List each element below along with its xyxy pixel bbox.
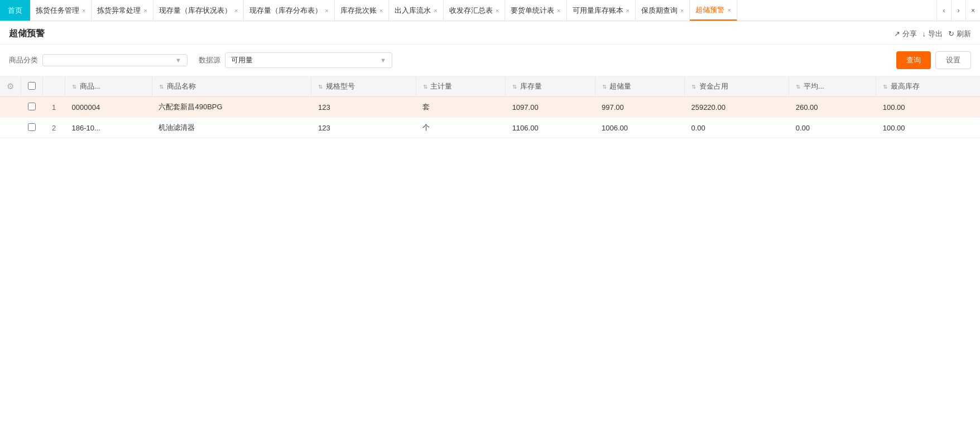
table-header-row: ⚙ ⇅ 商品... ⇅ 商品名称 ⇅	[0, 76, 980, 97]
filter-area: 商品分类 ▼ 数据源 可用量 ▼ 查询 设置	[0, 45, 980, 76]
tab-tab-6[interactable]: 出入库流水×	[389, 0, 443, 21]
col-label-spec: 规格型号	[326, 82, 355, 90]
col-label-name: 商品名称	[167, 82, 196, 90]
table-row: 1 0000004 六配套新昌490BPG 123 套 1097.00 997.…	[0, 97, 980, 118]
sort-icon-unit: ⇅	[423, 84, 427, 90]
tab-close[interactable]: ×	[379, 7, 383, 14]
tab-close[interactable]: ×	[234, 7, 238, 14]
table-body: 1 0000004 六配套新昌490BPG 123 套 1097.00 997.…	[0, 97, 980, 138]
tab-label: 要货单统计表	[511, 6, 554, 16]
datasource-select-value: 可用量	[231, 55, 253, 65]
datasource-filter-label: 数据源	[199, 55, 220, 65]
col-header-stock[interactable]: ⇅ 库存量	[506, 76, 595, 97]
tab-close[interactable]: ×	[434, 7, 437, 14]
home-tab[interactable]: 首页	[0, 0, 30, 21]
col-label-unit: 主计量	[430, 82, 452, 90]
table-row: 2 186-10... 机油滤清器 123 个 1106.00 1006.00 …	[0, 118, 980, 138]
page-header: 超储预警 ↗ 分享 ↓ 导出 ↻ 刷新	[0, 21, 980, 45]
row-stock: 1106.00	[506, 118, 595, 138]
col-label-stock: 库存量	[520, 82, 542, 90]
row-unit: 套	[416, 97, 505, 118]
col-header-avg[interactable]: ⇅ 平均...	[789, 76, 876, 97]
export-icon: ↓	[923, 30, 926, 38]
refresh-icon: ↻	[948, 30, 954, 38]
category-select[interactable]: ▼	[42, 54, 188, 66]
nav-next-button[interactable]: ›	[951, 0, 965, 21]
datasource-select[interactable]: 可用量 ▼	[225, 52, 392, 68]
sort-icon-name: ⇅	[159, 84, 164, 90]
tab-close[interactable]: ×	[82, 7, 85, 14]
tab-tab-3[interactable]: 现存量（库存状况表）×	[153, 0, 244, 21]
data-table: ⚙ ⇅ 商品... ⇅ 商品名称 ⇅	[0, 76, 980, 138]
share-label: 分享	[902, 29, 917, 39]
col-header-gear[interactable]: ⚙	[0, 76, 21, 97]
tabs-container: 拣货任务管理×拣货异常处理×现存量（库存状况表）×现存量（库存分布表）×库存批次…	[30, 0, 737, 21]
tab-tab-9[interactable]: 可用量库存账本×	[567, 0, 636, 21]
tab-label: 超储预警	[695, 5, 724, 15]
tab-close[interactable]: ×	[727, 7, 731, 13]
row-gear-cell	[0, 118, 21, 138]
nav-close-button[interactable]: ×	[965, 0, 980, 21]
tab-close[interactable]: ×	[557, 7, 560, 14]
nav-prev-button[interactable]: ‹	[936, 0, 951, 21]
sort-icon-stock: ⇅	[512, 84, 517, 90]
row-checkbox-cell[interactable]	[21, 118, 43, 138]
tab-tab-10[interactable]: 保质期查询×	[636, 0, 690, 21]
tab-tab-11[interactable]: 超储预警×	[690, 0, 737, 21]
tab-close[interactable]: ×	[143, 7, 147, 14]
category-filter-group: 商品分类 ▼	[9, 54, 188, 66]
row-stock: 1097.00	[506, 97, 595, 118]
row-spec: 123	[311, 118, 416, 138]
col-label-code: 商品...	[80, 82, 100, 90]
row-unit: 个	[416, 118, 505, 138]
row-checkbox-cell[interactable]	[21, 97, 43, 118]
row-name: 六配套新昌490BPG	[152, 97, 311, 118]
col-header-unit[interactable]: ⇅ 主计量	[416, 76, 505, 97]
col-header-maxstock[interactable]: ⇅ 最高库存	[876, 76, 980, 97]
col-header-checkbox[interactable]	[21, 76, 43, 97]
settings-button[interactable]: 设置	[935, 51, 971, 69]
tab-tab-2[interactable]: 拣货异常处理×	[92, 0, 153, 21]
tab-tab-8[interactable]: 要货单统计表×	[505, 0, 566, 21]
row-maxstock: 100.00	[876, 118, 980, 138]
export-button[interactable]: ↓ 导出	[923, 29, 943, 39]
col-header-over[interactable]: ⇅ 超储量	[595, 76, 684, 97]
tab-label: 现存量（库存状况表）	[159, 6, 232, 16]
page-title: 超储预警	[9, 28, 45, 40]
row-over: 1006.00	[595, 118, 684, 138]
tab-tab-4[interactable]: 现存量（库存分布表）×	[244, 0, 334, 21]
nav-arrows: ‹ › ×	[936, 0, 980, 21]
tab-close[interactable]: ×	[680, 7, 684, 14]
col-header-index	[43, 76, 65, 97]
row-index: 1	[43, 97, 65, 118]
row-capital: 259220.00	[684, 97, 789, 118]
refresh-button[interactable]: ↻ 刷新	[948, 29, 971, 39]
col-header-name[interactable]: ⇅ 商品名称	[152, 76, 311, 97]
query-button[interactable]: 查询	[896, 51, 931, 69]
tab-label: 拣货异常处理	[97, 6, 141, 16]
tab-tab-5[interactable]: 库存批次账×	[335, 0, 389, 21]
row-checkbox[interactable]	[28, 123, 36, 131]
row-code: 186-10...	[65, 118, 152, 138]
select-all-checkbox[interactable]	[28, 82, 36, 90]
sort-icon-code: ⇅	[72, 84, 76, 90]
col-header-spec[interactable]: ⇅ 规格型号	[311, 76, 416, 97]
tab-label: 拣货任务管理	[36, 6, 79, 16]
tab-close[interactable]: ×	[496, 7, 499, 14]
row-maxstock: 100.00	[876, 97, 980, 118]
share-button[interactable]: ↗ 分享	[894, 29, 917, 39]
page-content: 超储预警 ↗ 分享 ↓ 导出 ↻ 刷新 商品分类 ▼ 数据源	[0, 21, 980, 446]
col-label-over: 超储量	[609, 82, 631, 90]
col-header-code[interactable]: ⇅ 商品...	[65, 76, 152, 97]
row-over: 997.00	[595, 97, 684, 118]
col-header-capital[interactable]: ⇅ 资金占用	[684, 76, 789, 97]
tab-tab-1[interactable]: 拣货任务管理×	[30, 0, 92, 21]
tab-tab-7[interactable]: 收发存汇总表×	[444, 0, 505, 21]
tab-close[interactable]: ×	[626, 7, 630, 14]
category-select-arrow: ▼	[175, 57, 181, 64]
tab-label: 收发存汇总表	[449, 6, 493, 16]
row-checkbox[interactable]	[28, 103, 36, 110]
topbar: 首页 拣货任务管理×拣货异常处理×现存量（库存状况表）×现存量（库存分布表）×库…	[0, 0, 980, 21]
datasource-filter-group: 数据源 可用量 ▼	[199, 52, 392, 68]
tab-close[interactable]: ×	[325, 7, 328, 14]
